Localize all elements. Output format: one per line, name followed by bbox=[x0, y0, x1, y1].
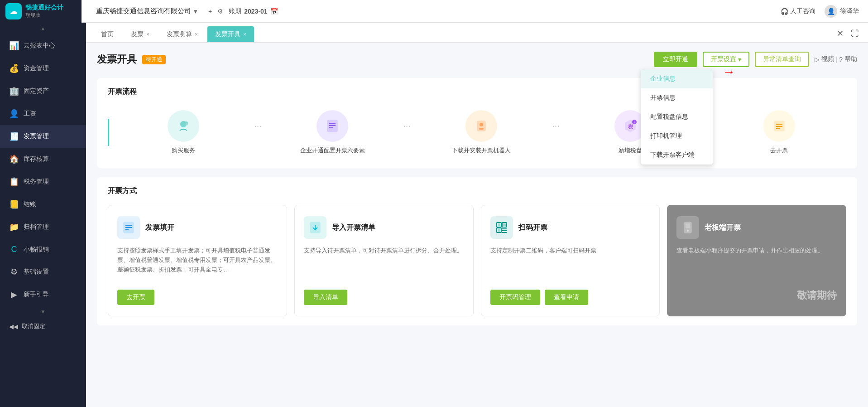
sidebar-item-shuiwu[interactable]: 📋 税务管理 bbox=[0, 170, 86, 193]
sidebar-item-yunbiao[interactable]: 📊 云报表中心 bbox=[0, 34, 86, 57]
cancel-icon: ◀◀ bbox=[9, 323, 18, 330]
billing-card-2: 导入开票清单 支持导入待开票清单，可对待开票清单进行拆分、合并处理。 导入清单 bbox=[294, 205, 474, 316]
content-area: 首页 发票 × 发票测算 × 发票开具 × ✕ ⛶ bbox=[86, 23, 868, 407]
billing-card-2-header: 导入开票清单 bbox=[304, 216, 464, 239]
xinshouyindao-icon: ▶ bbox=[9, 290, 19, 300]
svg-text:税: 税 bbox=[627, 124, 633, 129]
svg-text:+: + bbox=[185, 122, 187, 126]
billing-card-2-footer: 导入清单 bbox=[304, 290, 464, 305]
dropdown-item-qiyeinfo[interactable]: 企业信息 bbox=[641, 69, 713, 88]
billing-card-4-header: 老板端开票 bbox=[676, 216, 837, 239]
billing-section-title: 开票方式 bbox=[108, 186, 846, 196]
tab-home[interactable]: 首页 bbox=[93, 26, 121, 42]
svg-text:+: + bbox=[633, 120, 635, 125]
sidebar-item-jichushezhi[interactable]: ⚙ 基础设置 bbox=[0, 261, 86, 283]
page-title-area: 发票开具 待开通 bbox=[97, 53, 166, 66]
logo-area: ☁ 畅捷通好会计 旗舰版 bbox=[0, 0, 82, 23]
svg-rect-25 bbox=[498, 223, 500, 226]
flow-step-2: 企业开通配置开票六要素 bbox=[265, 110, 399, 155]
jichushezhi-icon: ⚙ bbox=[9, 267, 19, 277]
dropdown-arrow-indicator: → bbox=[723, 65, 735, 79]
page-title: 发票开具 bbox=[97, 53, 137, 66]
flow-steps: + 购买服务 ··· 企业开通配置开票六要素 ··· bbox=[108, 106, 846, 159]
tab-fapiaokaju-close[interactable]: × bbox=[243, 31, 246, 38]
video-help-area: ▷ 视频 | ? 帮助 bbox=[815, 55, 857, 63]
sidebar-item-zijin[interactable]: 💰 资金管理 bbox=[0, 57, 86, 80]
help-button[interactable]: ? 帮助 bbox=[839, 55, 857, 63]
sidebar-item-kucun[interactable]: 🏠 库存核算 bbox=[0, 148, 86, 170]
sidebar-item-guidang[interactable]: 📁 归档管理 bbox=[0, 216, 86, 238]
tab-bar: 首页 发票 × 发票测算 × 发票开具 × ✕ ⛶ bbox=[86, 23, 868, 43]
dropdown-item-peizhishupan[interactable]: 配置税盘信息 bbox=[641, 107, 713, 126]
header-bar: ☁ 畅捷通好会计 旗舰版 重庆畅捷交通信息咨询有限公司 ▾ + ⚙ 账期 202… bbox=[0, 0, 868, 23]
settings-gear-button[interactable]: ⚙ bbox=[217, 8, 223, 15]
jiezhang-icon: 📒 bbox=[9, 199, 19, 209]
sidebar-scroll-down[interactable]: ▼ bbox=[0, 306, 86, 318]
dropdown-icon: ▾ bbox=[194, 7, 197, 15]
video-button[interactable]: ▷ 视频 bbox=[815, 55, 834, 63]
sidebar-item-xinshouyindao[interactable]: ▶ 新手引导 bbox=[0, 283, 86, 306]
sidebar-item-gudingzichan[interactable]: 🏢 固定资产 bbox=[0, 80, 86, 102]
header-right: 🎧 人工咨询 👤 徐泽华 bbox=[781, 5, 859, 18]
billing-card-1-btn[interactable]: 去开票 bbox=[117, 290, 154, 305]
billing-card-3-btn1[interactable]: 开票码管理 bbox=[490, 290, 540, 305]
dropdown-item-kaipiainfo[interactable]: 开票信息 bbox=[641, 88, 713, 107]
sidebar-cancel-button[interactable]: ◀◀ 取消固定 bbox=[0, 318, 86, 335]
fapiao-icon: 🧾 bbox=[9, 131, 19, 141]
logo-text-area: 畅捷通好会计 旗舰版 bbox=[25, 4, 63, 19]
svg-rect-27 bbox=[503, 223, 506, 226]
calendar-icon[interactable]: 📅 bbox=[270, 8, 278, 15]
close-window-button[interactable]: ✕ bbox=[835, 27, 845, 40]
headset-icon: 🎧 bbox=[781, 8, 788, 15]
activate-button[interactable]: 立即开通 bbox=[654, 52, 697, 67]
flow-arrow-1: ··· bbox=[250, 121, 265, 131]
logo-title: 畅捷通好会计 bbox=[25, 4, 63, 12]
billing-card-1: 发票填开 支持按照发票样式手工填开发票；可开具增值税电子普通发票、增值税普通发票… bbox=[108, 205, 287, 316]
add-button[interactable]: + bbox=[208, 8, 212, 15]
tab-fapiao-close[interactable]: × bbox=[146, 31, 149, 38]
page-content: 发票开具 待开通 立即开通 开票设置 ▾ bbox=[86, 43, 868, 407]
gongzi-icon: 👤 bbox=[9, 109, 19, 119]
maximize-window-button[interactable]: ⛶ bbox=[849, 27, 861, 40]
yunbiao-icon: 📊 bbox=[9, 41, 19, 51]
dropdown-item-xiazaikaipiaokehu[interactable]: 下载开票客户端 bbox=[641, 145, 713, 165]
billing-grid: 发票填开 支持按照发票样式手工填开发票；可开具增值税电子普通发票、增值税普通发票… bbox=[108, 205, 846, 316]
status-badge: 待开通 bbox=[142, 55, 166, 64]
billing-card-4: 老板端开票 查看老板端小程序提交的开票申请，并作出相应的处理。 敬请期待 bbox=[667, 205, 846, 316]
tab-bar-controls: ✕ ⛶ bbox=[835, 27, 861, 42]
billing-card-3-btn2[interactable]: 查看申请 bbox=[545, 290, 588, 305]
billing-card-2-btn[interactable]: 导入清单 bbox=[304, 290, 347, 305]
header-main: 重庆畅捷交通信息咨询有限公司 ▾ + ⚙ 账期 2023-01 📅 bbox=[91, 4, 772, 18]
sidebar-item-baoxiao[interactable]: C 小畅报销 bbox=[0, 238, 86, 261]
billing-card-1-footer: 去开票 bbox=[117, 290, 278, 305]
tab-fapiaocesuan-close[interactable]: × bbox=[195, 31, 198, 38]
abnormal-list-button[interactable]: 异常清单查询 bbox=[755, 52, 809, 67]
sidebar-scroll-up[interactable]: ▲ bbox=[0, 23, 86, 34]
gudingzichan-icon: 🏢 bbox=[9, 86, 19, 96]
tab-fapiaocesuan[interactable]: 发票测算 × bbox=[159, 26, 206, 42]
tab-fapiaokaju[interactable]: 发票开具 × bbox=[207, 26, 254, 42]
settings-dropdown-container: 开票设置 ▾ 企业信息 开票信息 bbox=[703, 52, 749, 67]
shuiwu-icon: 📋 bbox=[9, 177, 19, 187]
flow-divider bbox=[108, 119, 109, 146]
billing-card-1-icon bbox=[117, 216, 140, 239]
company-selector[interactable]: 重庆畅捷交通信息咨询有限公司 ▾ bbox=[91, 4, 203, 18]
flow-section-title: 开票流程 bbox=[108, 87, 846, 97]
sidebar-item-gongzi[interactable]: 👤 工资 bbox=[0, 102, 86, 125]
sidebar-item-jiezhang[interactable]: 📒 结账 bbox=[0, 193, 86, 216]
gear-icon: ⚙ bbox=[217, 8, 223, 15]
tab-fapiao[interactable]: 发票 × bbox=[123, 26, 157, 42]
billing-card-1-header: 发票填开 bbox=[117, 216, 278, 239]
svg-rect-29 bbox=[498, 229, 500, 232]
flow-step-icon-2 bbox=[317, 110, 348, 142]
dropdown-item-dayinjiguanli[interactable]: 打印机管理 bbox=[641, 126, 713, 145]
billing-card-3-footer: 开票码管理 查看申请 bbox=[490, 290, 651, 305]
zijin-icon: 💰 bbox=[9, 63, 19, 73]
period-info: 账期 2023-01 📅 bbox=[229, 7, 278, 15]
consultation-button[interactable]: 🎧 人工咨询 bbox=[781, 7, 815, 15]
billing-section: 开票方式 发票填开 支持按照发票样式手工填开发票；可开具增值税电子普通发票、增值… bbox=[97, 177, 857, 325]
svg-rect-9 bbox=[479, 128, 484, 130]
kucun-icon: 🏠 bbox=[9, 154, 19, 164]
sidebar-item-fapiao[interactable]: 🧾 发票管理 bbox=[0, 125, 86, 148]
play-icon: ▷ bbox=[815, 56, 820, 63]
